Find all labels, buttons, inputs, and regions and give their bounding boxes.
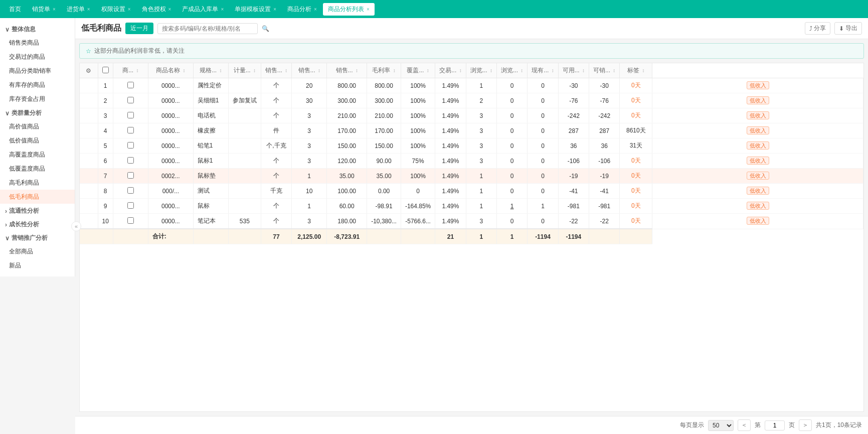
nav-analysis-list-close[interactable]: ×	[367, 7, 370, 12]
th-tx[interactable]: 交易... ↕	[435, 63, 466, 78]
row-checkbox-input[interactable]	[127, 217, 134, 224]
th-checkbox[interactable]	[98, 63, 113, 78]
row-checkbox-input[interactable]	[127, 172, 134, 179]
th-unit[interactable]: 计量... ↕	[228, 63, 261, 78]
nav-item-permission[interactable]: 权限设置 ×	[96, 3, 136, 16]
data-table-wrapper[interactable]: ⚙ 商... ↕ 商品名称 ↕ 规格... ↕ 计量... ↕ 销售... ↕ …	[79, 63, 864, 412]
sidebar-item-high-value[interactable]: 高价值商品	[0, 119, 75, 133]
th-tag[interactable]: 标签 ↕	[620, 63, 652, 78]
th-sale-price[interactable]: 销售... ↕	[292, 63, 327, 78]
sidebar-group-growth[interactable]: › 成长性分析	[0, 217, 75, 231]
th-browse1[interactable]: 浏览... ↕	[466, 63, 496, 78]
row-checkbox-input[interactable]	[127, 97, 134, 103]
select-all-checkbox[interactable]	[102, 67, 109, 73]
th-code[interactable]: 商... ↕	[113, 63, 148, 78]
nav-item-analysis[interactable]: 商品分析 ×	[282, 3, 322, 16]
page-size-select[interactable]: 50 100 200	[708, 420, 734, 431]
sidebar-collapse-btn[interactable]: «	[71, 221, 81, 231]
page-number-input[interactable]	[765, 420, 785, 430]
sidebar-group-marketing[interactable]: ∨ 营销推广分析	[0, 231, 75, 244]
nav-item-role[interactable]: 角色授权 ×	[137, 3, 177, 16]
th-stock2[interactable]: 可用... ↕	[558, 63, 589, 78]
sidebar-item-all-goods[interactable]: 全部商品	[0, 244, 75, 258]
nav-purchase-close[interactable]: ×	[87, 7, 90, 12]
th-sale-days[interactable]: 可销... ↕	[589, 63, 620, 78]
sidebar-item-sales-goods[interactable]: 销售类商品	[0, 36, 75, 50]
row-checkbox[interactable]	[113, 184, 148, 199]
nav-sales-close[interactable]: ×	[53, 7, 56, 12]
row-checkbox-input[interactable]	[127, 202, 134, 209]
row-checkbox-input[interactable]	[127, 187, 134, 194]
sidebar-group-overview[interactable]: ∨ 整体信息	[0, 22, 75, 36]
th-browse2[interactable]: 浏览... ↕	[496, 63, 527, 78]
row-checkbox[interactable]	[113, 214, 148, 229]
date-filter-button[interactable]: 近一月	[125, 23, 153, 34]
row-checkbox-input[interactable]	[127, 82, 134, 88]
th-sale-qty[interactable]: 销售... ↕	[261, 63, 291, 78]
nav-item-purchase[interactable]: 进货单 ×	[62, 3, 95, 16]
row-name: 属性定价	[193, 78, 228, 93]
row-checkbox[interactable]	[113, 93, 148, 108]
th-settings[interactable]: ⚙	[80, 63, 98, 78]
sidebar-item-low-value[interactable]: 低价值商品	[0, 133, 75, 148]
sidebar-item-traded-goods[interactable]: 交易过的商品	[0, 50, 75, 64]
sidebar-group-cluster[interactable]: ∨ 类群量分析	[0, 106, 75, 119]
nav-analysis-close[interactable]: ×	[314, 7, 317, 12]
sidebar-item-low-cover[interactable]: 低覆盖度商品	[0, 162, 75, 176]
row-stock1: -19	[558, 169, 589, 184]
th-spec[interactable]: 规格... ↕	[193, 63, 228, 78]
row-stock2: -981	[589, 199, 620, 214]
row-checkbox-input[interactable]	[127, 127, 134, 133]
row-checkbox[interactable]	[113, 78, 148, 93]
row-sale-total: 800.00	[367, 78, 401, 93]
row-checkbox[interactable]	[113, 138, 148, 154]
th-gross-rate[interactable]: 毛利率 ↕	[367, 63, 401, 78]
export-button[interactable]: ⬇ 导出	[834, 22, 862, 35]
row-spec: 参加复试	[228, 93, 261, 108]
th-sale-total[interactable]: 销售... ↕	[327, 63, 367, 78]
th-name[interactable]: 商品名称 ↕	[148, 63, 193, 78]
sidebar-item-high-gross[interactable]: 高毛利商品	[0, 176, 75, 190]
row-gross-rate: 100%	[401, 123, 435, 138]
row-checkbox[interactable]	[113, 108, 148, 123]
sidebar-group-cluster-arrow: ∨	[5, 110, 10, 117]
row-checkbox[interactable]	[113, 154, 148, 169]
nav-permission-close[interactable]: ×	[128, 7, 131, 12]
search-input[interactable]	[157, 23, 258, 34]
row-checkbox-input[interactable]	[127, 157, 134, 164]
nav-item-sales[interactable]: 销货单 ×	[27, 3, 61, 16]
sidebar-item-new-goods[interactable]: 新品	[0, 258, 75, 272]
nav-products-close[interactable]: ×	[221, 7, 224, 12]
row-checkbox[interactable]	[113, 169, 148, 184]
sidebar-item-stock-capital[interactable]: 库存资金占用	[0, 92, 75, 106]
sidebar-item-category-rate[interactable]: 商品分类助销率	[0, 64, 75, 78]
row-checkbox[interactable]	[113, 199, 148, 214]
nav-item-analysis-list[interactable]: 商品分析列表 ×	[323, 3, 375, 16]
summary-blank4	[228, 229, 261, 244]
nav-purchase-label: 进货单	[67, 5, 85, 14]
sidebar-item-low-gross[interactable]: 低毛利商品	[0, 190, 75, 204]
nav-role-close[interactable]: ×	[168, 7, 171, 12]
tag-badge: 低收入	[747, 217, 769, 225]
nav-item-home[interactable]: 首页	[4, 3, 26, 16]
row-browse2: 0	[528, 123, 558, 138]
row-checkbox[interactable]	[113, 123, 148, 138]
nav-item-products[interactable]: 产成品入库单 ×	[177, 3, 229, 16]
share-button[interactable]: ⤴ 分享	[805, 22, 830, 35]
row-checkbox-input[interactable]	[127, 112, 134, 118]
prev-page-button[interactable]: ＜	[738, 419, 751, 431]
th-stock1[interactable]: 现有... ↕	[528, 63, 558, 78]
sidebar-item-in-stock[interactable]: 有库存的商品	[0, 78, 75, 92]
sidebar-item-high-cover[interactable]: 高覆盖度商品	[0, 148, 75, 162]
search-icon[interactable]: 🔍	[262, 25, 269, 32]
th-cover[interactable]: 覆盖... ↕	[401, 63, 435, 78]
nav-template-close[interactable]: ×	[273, 7, 276, 12]
next-page-button[interactable]: ＞	[799, 419, 812, 431]
page-word: 第	[755, 421, 761, 429]
row-unit: 千克	[261, 184, 291, 199]
nav-item-template[interactable]: 单据模板设置 ×	[230, 3, 281, 16]
sidebar-group-flow[interactable]: › 流通性分析	[0, 204, 75, 217]
row-spec: 535	[228, 214, 261, 229]
row-checkbox-input[interactable]	[127, 142, 134, 149]
notice-bar: ☆ 这部分商品的利润非常低，请关注	[79, 43, 864, 59]
